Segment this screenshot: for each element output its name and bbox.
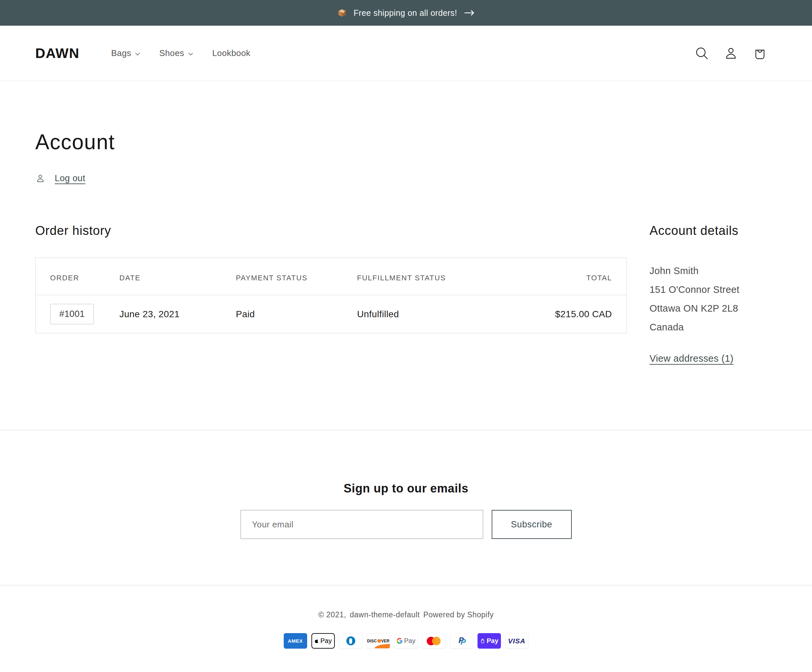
order-history-section: Order history ORDER DATE PAYMENT STATUS … [35,224,627,333]
payment-icon-google-pay: Pay [394,633,418,648]
header-icons [694,46,768,61]
discover-swoosh [375,644,390,648]
address-country: Canada [650,318,777,337]
col-header-fulfillment-status: FULFILLMENT STATUS [357,258,515,295]
col-header-date: DATE [119,258,235,295]
nav-item-lookbook[interactable]: Lookbook [212,48,251,58]
default-address: John Smith 151 O'Connor Street Ottawa ON… [650,262,777,337]
account-button[interactable] [723,46,739,61]
arrow-right-icon [464,10,475,16]
announcement-bar[interactable]: Free shipping on all orders! [0,0,812,26]
main-nav: Bags Shoes Lookbook [111,48,251,58]
payment-methods: AMEX Pay DISC VER [0,633,812,648]
account-columns: Order history ORDER DATE PAYMENT STATUS … [35,224,777,364]
col-header-order: ORDER [36,258,119,295]
mastercard-orange-circle [432,637,440,645]
main-content: Account Log out Order history ORDER DATE… [0,130,812,430]
nav-label: Lookbook [212,48,251,58]
chevron-down-icon [135,53,140,56]
payment-icon-discover: DISC VER [367,633,390,648]
payment-icon-mastercard [422,633,445,648]
order-number-link[interactable]: #1001 [50,304,94,325]
shop-bag-icon [480,638,485,644]
account-details-heading: Account details [650,224,777,238]
order-history-table: ORDER DATE PAYMENT STATUS FULFILLMENT ST… [35,258,627,333]
footer-bottom: © 2021, dawn-theme-default Powered by Sh… [0,585,812,669]
col-header-total: TOTAL [515,258,626,295]
payment-icon-paypal: P P [450,633,473,648]
announcement-text: Free shipping on all orders! [353,8,457,18]
order-fulfillment-status: Unfulfilled [357,295,515,333]
col-header-payment-status: PAYMENT STATUS [236,258,357,295]
copyright-text: © 2021, [318,611,346,619]
diners-club-logo-icon [346,636,355,645]
site-footer: Sign up to our emails Subscribe © 2021, … [0,430,812,669]
page: Free shipping on all orders! DAWN Bags S… [0,0,812,669]
cart-icon [752,46,768,61]
address-street: 151 O'Connor Street [650,280,777,299]
site-header: DAWN Bags Shoes Lookbook [0,26,812,81]
payment-icon-shop-pay: Pay [478,633,501,648]
nav-item-shoes[interactable]: Shoes [159,48,193,58]
store-logo[interactable]: DAWN [35,46,79,61]
person-icon [35,173,46,184]
page-title: Account [35,130,777,154]
discover-o-icon [377,639,381,643]
newsletter-heading: Sign up to our emails [0,481,812,495]
apple-logo-icon [314,638,319,644]
search-button[interactable] [694,46,710,61]
chevron-down-icon [188,53,193,56]
cart-button[interactable] [752,46,768,61]
copyright: © 2021, dawn-theme-default Powered by Sh… [0,611,812,619]
view-addresses-link[interactable]: View addresses (1) [650,353,734,364]
payment-icon-apple-pay: Pay [311,633,335,648]
logout-label: Log out [55,173,85,184]
account-icon [723,46,739,61]
order-number-cell: #1001 [36,295,119,333]
logout-link[interactable]: Log out [35,173,85,184]
nav-label: Bags [111,48,131,58]
email-input[interactable] [241,510,483,539]
address-name: John Smith [650,262,777,280]
shop-name-link[interactable]: dawn-theme-default [350,611,420,619]
newsletter-section: Sign up to our emails Subscribe [0,430,812,585]
package-icon [337,8,347,18]
payment-icon-visa: VISA [505,633,529,648]
table-row: #1001 June 23, 2021 Paid Unfulfilled $21… [36,295,627,333]
powered-by-link[interactable]: Powered by Shopify [423,611,494,619]
order-total: $215.00 CAD [515,295,626,333]
nav-item-bags[interactable]: Bags [111,48,140,58]
search-icon [694,46,710,61]
account-details-section: Account details John Smith 151 O'Connor … [650,224,777,364]
order-history-heading: Order history [35,224,627,238]
payment-icon-diners-club [339,633,363,648]
google-g-icon [396,638,403,644]
table-header-row: ORDER DATE PAYMENT STATUS FULFILLMENT ST… [36,258,627,295]
payment-icon-amex: AMEX [284,633,307,648]
order-date: June 23, 2021 [119,295,235,333]
order-payment-status: Paid [236,295,357,333]
nav-label: Shoes [159,48,184,58]
newsletter-form: Subscribe [241,510,572,539]
address-city: Ottawa ON K2P 2L8 [650,299,777,318]
subscribe-button[interactable]: Subscribe [492,510,572,539]
